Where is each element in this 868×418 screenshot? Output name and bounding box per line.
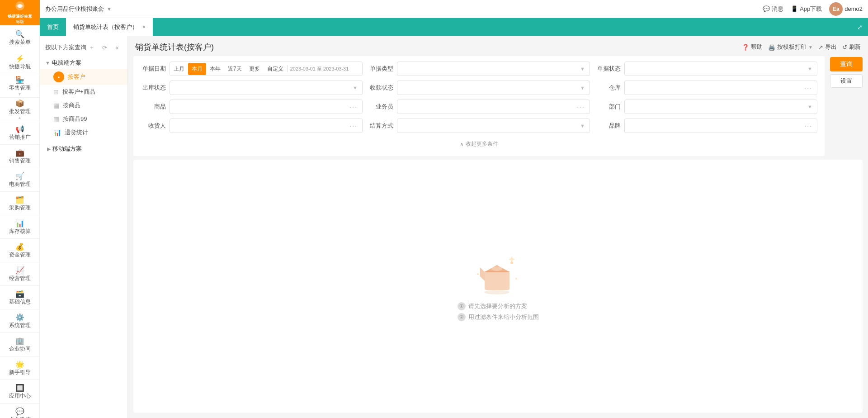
date-btn-this-month[interactable]: 本月: [188, 63, 206, 75]
sidebar-item-inventory[interactable]: 📊 库存核算: [0, 215, 39, 239]
scheme-item-customer-goods[interactable]: ⊞ 按客户+商品: [40, 85, 127, 99]
date-btn-7days[interactable]: 近7天: [224, 63, 245, 75]
filter-item-date: 单据日期 上月 本月 本年 近7天 更多 自定义 2023-03-01 至 20…: [141, 62, 363, 76]
inventory-icon: 📊: [15, 219, 24, 228]
query-button[interactable]: 查询: [830, 57, 863, 71]
sidebar-item-enterprise[interactable]: 🏢 企业协同: [0, 333, 39, 356]
filter-item-order-type: 单据类型 ▼: [368, 62, 590, 76]
order-type-select[interactable]: ▼: [397, 62, 590, 76]
salesperson-select[interactable]: ···: [397, 100, 590, 114]
wholesale-icon: 📦: [15, 99, 24, 108]
out-status-arrow-icon: ▼: [353, 85, 358, 90]
app-title: 畅捷通好生意: [8, 14, 32, 19]
appcenter-icon: 🔲: [15, 384, 24, 392]
search-menu-item[interactable]: 🔍 搜索菜单: [7, 25, 33, 51]
scheme-item-by-customer[interactable]: ● 按客户: [40, 69, 127, 85]
by-customer-dot-icon: ●: [58, 75, 60, 79]
scheme-group-mobile-header[interactable]: ▶ 移动端方案: [40, 143, 127, 155]
sidebar-item-purchase[interactable]: 🗂️ 采购管理: [0, 192, 39, 215]
out-status-select[interactable]: ▼: [170, 81, 363, 95]
tab-maximize-button[interactable]: ⤢: [852, 24, 868, 31]
sidebar-item-appcenter[interactable]: 🔲 应用中心: [0, 380, 39, 404]
warehouse-select[interactable]: ···: [624, 81, 817, 95]
sidebar-item-ecommerce[interactable]: 🛒 电商管理: [0, 168, 39, 192]
message-button[interactable]: 💬 消息: [763, 5, 783, 13]
refresh-button[interactable]: ↺ 刷新: [842, 43, 861, 51]
payment-arrow-icon: ▼: [580, 123, 585, 128]
scheme-item-goods99[interactable]: ▦ 按商品99: [40, 112, 127, 126]
user-profile[interactable]: Ea demo2: [829, 2, 863, 16]
tab-home[interactable]: 首页: [40, 18, 66, 36]
add-scheme-button[interactable]: +: [87, 43, 97, 52]
payment-select[interactable]: ▼: [397, 119, 590, 133]
export-button[interactable]: ↗ 导出: [818, 43, 837, 51]
filter-item-receipt-status: 收款状态 ▼: [368, 81, 590, 95]
date-btn-more[interactable]: 更多: [245, 63, 264, 75]
refresh-scheme-button[interactable]: ⟳: [99, 43, 109, 52]
scheme-item-by-goods[interactable]: ▦ 按商品: [40, 99, 127, 112]
receiver-select[interactable]: ···: [170, 119, 363, 133]
filter-item-salesperson: 业务员 ···: [368, 100, 590, 114]
tab-sales-stats-label: 销货单统计表（按客户）: [73, 23, 138, 31]
sidebar-item-marketing[interactable]: 📢 营销推广: [0, 121, 39, 145]
warehouse-label: 仓库: [595, 84, 621, 92]
help-button[interactable]: ❓ 帮助: [742, 43, 763, 51]
date-filter-control[interactable]: 上月 本月 本年 近7天 更多 自定义 2023-03-01 至 2023-03…: [170, 62, 363, 76]
sidebar-item-retail[interactable]: 🏪 零售管理 ▼: [0, 74, 39, 98]
order-status-label: 单据状态: [595, 65, 621, 73]
empty-illustration: [471, 252, 525, 297]
sidebar-item-finance[interactable]: 💰 资金管理: [0, 239, 39, 262]
filter-row-2: 出库状态 ▼ 收款状态 ▼: [141, 81, 817, 95]
shortcut-icon: ⚡: [15, 54, 24, 63]
sidebar-item-shortcut[interactable]: ⚡ 快捷导航: [0, 51, 39, 74]
purchase-label: 采购管理: [9, 204, 31, 212]
filter-row-4: 收货人 ··· 结算方式 ▼: [141, 119, 817, 133]
return-stats-label: 退货统计: [65, 128, 88, 137]
filter-item-out-status: 出库状态 ▼: [141, 81, 363, 95]
tab-close-button[interactable]: ×: [142, 24, 146, 30]
date-btn-this-year[interactable]: 本年: [206, 63, 224, 75]
tab-sales-stats[interactable]: 销货单统计表（按客户） ×: [66, 18, 153, 36]
inventory-label: 库存核算: [9, 228, 31, 235]
shortcut-label: 快捷导航: [9, 63, 31, 71]
filter-item-order-status: 单据状态 ▼: [595, 62, 817, 76]
scheme-group-pc-header[interactable]: ▼ 电脑端方案: [40, 57, 127, 69]
collapse-panel-button[interactable]: «: [112, 43, 122, 52]
date-btn-last-month[interactable]: 上月: [170, 63, 188, 75]
scheme-item-return-stats[interactable]: 📊 退货统计: [40, 126, 127, 139]
app-download-button[interactable]: 📱 App下载: [791, 5, 822, 13]
svg-point-6: [491, 266, 502, 271]
brand-label: 品牌: [595, 122, 621, 130]
sidebar-item-operation[interactable]: 📈 经营管理: [0, 262, 39, 286]
user-name: demo2: [844, 5, 863, 12]
content-area: 按以下方案查询 + ⟳ « ▼ 电脑端方案 ● 按客户: [40, 36, 868, 418]
brand-select[interactable]: ···: [624, 119, 817, 133]
finance-label: 资金管理: [9, 251, 31, 259]
print-button[interactable]: 🖨️ 按模板打印 ▼: [768, 43, 813, 51]
topbar-right: 💬 消息 📱 App下载 Ea demo2: [763, 2, 863, 16]
sidebar-item-sales[interactable]: 💼 销售管理: [0, 145, 39, 168]
breadcrumb-dropdown[interactable]: ▼: [107, 6, 112, 12]
empty-tip-1: ① 请先选择要分析的方案: [458, 302, 539, 310]
filter-item-receiver: 收货人 ···: [141, 119, 363, 133]
order-status-select[interactable]: ▼: [624, 62, 817, 76]
sidebar-item-system[interactable]: ⚙️ 系统管理: [0, 309, 39, 333]
sidebar-item-wechat[interactable]: 💬 企业微信: [0, 404, 39, 418]
sidebar-item-newbie[interactable]: 🌟 新手引导: [0, 356, 39, 380]
left-panel-header: 按以下方案查询 + ⟳ «: [40, 40, 127, 55]
order-type-label: 单据类型: [368, 65, 393, 73]
sales-icon: 💼: [15, 148, 24, 157]
wholesale-label: 批发管理: [9, 108, 31, 115]
export-label: 导出: [825, 43, 837, 51]
department-select[interactable]: ▼: [624, 100, 817, 114]
sidebar-item-wholesale[interactable]: 📦 批发管理 ▲: [0, 98, 39, 121]
date-btn-custom[interactable]: 自定义: [264, 63, 287, 75]
receipt-status-select[interactable]: ▼: [397, 81, 590, 95]
scheme-group-mobile: ▶ 移动端方案: [40, 141, 127, 157]
goods-select[interactable]: ···: [170, 100, 363, 114]
maximize-icon: ⤢: [857, 24, 863, 31]
sidebar-item-basic[interactable]: 🗃️ 基础信息: [0, 286, 39, 309]
left-panel: 按以下方案查询 + ⟳ « ▼ 电脑端方案 ● 按客户: [40, 36, 128, 418]
collapse-filters-button[interactable]: ∧ 收起更多条件: [141, 138, 817, 151]
setting-button[interactable]: 设置: [830, 74, 863, 88]
